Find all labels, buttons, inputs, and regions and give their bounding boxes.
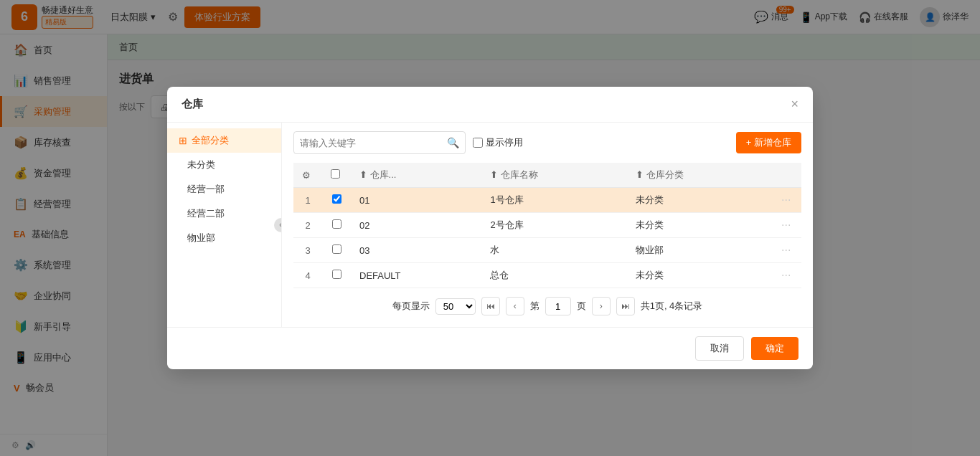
search-input[interactable] bbox=[300, 138, 447, 148]
category-panel: ⊞ 全部分类 « 未分类 经营一部 经营二部 物业部 bbox=[167, 123, 282, 327]
category-all[interactable]: ⊞ 全部分类 bbox=[167, 128, 281, 153]
th-settings-icon[interactable]: ⚙ bbox=[302, 170, 311, 181]
cat-all-label: 全部分类 bbox=[192, 134, 229, 147]
row-more[interactable]: ··· bbox=[773, 263, 801, 288]
warehouse-table: ⚙ ⬆ 仓库... ⬆ 仓库名称 bbox=[293, 163, 801, 288]
th-code: ⬆ 仓库... bbox=[351, 163, 481, 188]
th-name: ⬆ 仓库名称 bbox=[481, 163, 627, 188]
dialog-title: 仓库 bbox=[182, 98, 203, 111]
row-category: 未分类 bbox=[627, 263, 773, 288]
dialog-body: ⊞ 全部分类 « 未分类 经营一部 经营二部 物业部 🔍 bbox=[167, 123, 813, 327]
dialog-overlay: 仓库 × ⊞ 全部分类 « 未分类 经营一部 经营二部 物业部 bbox=[0, 0, 980, 456]
confirm-button[interactable]: 确定 bbox=[751, 337, 798, 360]
row-code: 01 bbox=[351, 188, 481, 213]
warehouse-list-panel: 🔍 显示停用 + 新增仓库 ⚙ bbox=[282, 123, 813, 327]
row-name: 总仓 bbox=[481, 263, 627, 288]
row-checkbox[interactable] bbox=[332, 244, 341, 254]
dialog-close-btn[interactable]: × bbox=[791, 97, 798, 112]
show-disabled-checkbox[interactable] bbox=[473, 138, 483, 148]
grid-icon: ⊞ bbox=[179, 135, 187, 146]
search-icon: 🔍 bbox=[447, 137, 459, 148]
pagination: 每页显示 50 100 ⏮ ‹ 第 页 › ⏭ 共1页, 4条记录 bbox=[293, 288, 801, 318]
total-info: 共1页, 4条记录 bbox=[641, 300, 703, 313]
dialog-header: 仓库 × bbox=[167, 87, 813, 123]
cat-item-ops2[interactable]: 经营二部 bbox=[167, 201, 281, 226]
page-label: 页 bbox=[577, 300, 586, 313]
row-code: DEFAULT bbox=[351, 263, 481, 288]
dialog-footer: 取消 确定 bbox=[167, 327, 813, 369]
row-num: 4 bbox=[293, 263, 322, 288]
warehouse-dialog: 仓库 × ⊞ 全部分类 « 未分类 经营一部 经营二部 物业部 bbox=[167, 87, 813, 369]
first-page-btn[interactable]: ⏮ bbox=[481, 297, 500, 315]
row-checkbox-cell bbox=[322, 213, 351, 238]
last-page-btn[interactable]: ⏭ bbox=[616, 297, 635, 315]
th-settings: ⚙ bbox=[293, 163, 322, 188]
row-category: 物业部 bbox=[627, 238, 773, 263]
show-disabled-label[interactable]: 显示停用 bbox=[473, 136, 523, 149]
row-name: 2号仓库 bbox=[481, 213, 627, 238]
page-label-pre: 第 bbox=[530, 300, 540, 313]
prev-page-btn[interactable]: ‹ bbox=[506, 297, 524, 315]
th-category: ⬆ 仓库分类 bbox=[627, 163, 773, 188]
row-name: 水 bbox=[481, 238, 627, 263]
next-page-btn[interactable]: › bbox=[592, 297, 611, 315]
th-actions bbox=[773, 163, 801, 188]
table-row[interactable]: 4 DEFAULT 总仓 未分类 ··· bbox=[293, 263, 801, 288]
th-checkbox bbox=[322, 163, 351, 188]
page-input[interactable] bbox=[545, 297, 571, 315]
per-page-label: 每页显示 bbox=[392, 300, 430, 313]
row-more[interactable]: ··· bbox=[773, 188, 801, 213]
cancel-button[interactable]: 取消 bbox=[695, 336, 744, 361]
cat-item-ops1[interactable]: 经营一部 bbox=[167, 177, 281, 201]
row-more[interactable]: ··· bbox=[773, 238, 801, 263]
row-code: 03 bbox=[351, 238, 481, 263]
row-checkbox-cell bbox=[322, 263, 351, 288]
row-more[interactable]: ··· bbox=[773, 213, 801, 238]
search-bar: 🔍 显示停用 + 新增仓库 bbox=[293, 131, 801, 154]
row-category: 未分类 bbox=[627, 213, 773, 238]
row-checkbox[interactable] bbox=[332, 194, 341, 204]
table-row[interactable]: 3 03 水 物业部 ··· bbox=[293, 238, 801, 263]
table-row[interactable]: 1 01 1号仓库 未分类 ··· bbox=[293, 188, 801, 213]
search-input-wrap: 🔍 bbox=[293, 131, 466, 154]
per-page-select[interactable]: 50 100 bbox=[435, 298, 476, 315]
row-num: 2 bbox=[293, 213, 322, 238]
table-row[interactable]: 2 02 2号仓库 未分类 ··· bbox=[293, 213, 801, 238]
cat-item-unclassified[interactable]: 未分类 bbox=[167, 153, 281, 177]
row-name: 1号仓库 bbox=[481, 188, 627, 213]
row-checkbox[interactable] bbox=[332, 219, 341, 229]
row-checkbox-cell bbox=[322, 188, 351, 213]
select-all-checkbox[interactable] bbox=[331, 169, 340, 179]
cat-item-property[interactable]: 物业部 bbox=[167, 226, 281, 250]
row-code: 02 bbox=[351, 213, 481, 238]
row-checkbox-cell bbox=[322, 238, 351, 263]
row-num: 3 bbox=[293, 238, 322, 263]
row-category: 未分类 bbox=[627, 188, 773, 213]
row-checkbox[interactable] bbox=[332, 270, 341, 279]
warehouse-table-wrap: ⚙ ⬆ 仓库... ⬆ 仓库名称 bbox=[293, 163, 801, 288]
row-num: 1 bbox=[293, 188, 322, 213]
add-warehouse-btn[interactable]: + 新增仓库 bbox=[736, 132, 801, 153]
